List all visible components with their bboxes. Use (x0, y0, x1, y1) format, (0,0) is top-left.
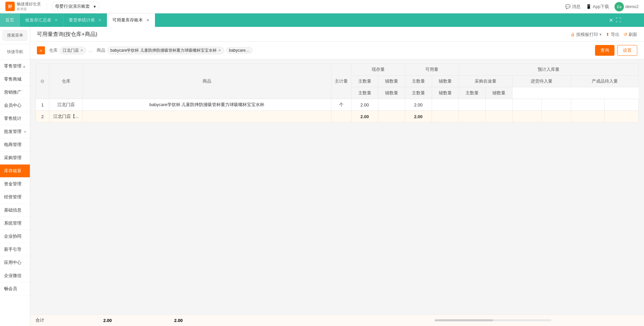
settings-button[interactable]: 设置 (617, 45, 637, 56)
tab-receipt-summary[interactable]: 收发存汇总表 ✕ (20, 13, 63, 27)
sidebar-item-label: 系统管理 (4, 220, 21, 226)
tab-home[interactable]: 首页 (0, 13, 20, 27)
col-purchase-main: 主数量 (351, 87, 378, 99)
more-icon[interactable]: … (88, 48, 93, 53)
cell-stock-main: 2.00 (351, 99, 378, 111)
content-area: 可用量查询(按仓库+商品) 🖨 按模板打印 ▾ ⬆ 导出 ↺ 刷新 (30, 27, 644, 326)
chevron-icon: ▲ (22, 64, 26, 68)
sidebar-item-retail-mall[interactable]: 零售商城 (0, 73, 30, 86)
sidebar-menu: 零售管理 ▲ 零售商城 营销推广 会员中心 零售统计 批发管理 ▾ 电商管理 (0, 60, 30, 295)
cell-product-sub (605, 111, 639, 123)
cell-product-main (571, 99, 605, 111)
goods-tag: babycare学饮杯 儿童防摔防撞吸管杯重力球吸嘴杯宝宝水杯 ✕ (107, 47, 224, 54)
export-button[interactable]: ⬆ 导出 (606, 32, 620, 38)
col-header-incoming-pending: 进货待入量 (512, 76, 571, 87)
tab-available-stock[interactable]: 可用量库存账本 ✕ (107, 13, 155, 27)
sidebar-item-marketing[interactable]: 营销推广 (0, 86, 30, 99)
tab-close-icon[interactable]: ✕ (146, 18, 149, 22)
col-product-main: 主数量 (459, 87, 485, 99)
sidebar-item-vip[interactable]: 畅会员 (0, 282, 30, 295)
user-action[interactable]: Ea demo2 (614, 2, 639, 11)
message-icon: 💬 (565, 4, 571, 9)
cell-goods (83, 111, 331, 123)
top-bar-right: 💬 消息 📱 App下载 Ea demo2 (565, 2, 639, 11)
sidebar-item-label: 零售统计 (4, 115, 21, 122)
sidebar-item-label: 会员中心 (4, 102, 21, 108)
tab-fullscreen[interactable]: ⛶ (616, 17, 621, 23)
summary-label: 合计 (36, 317, 44, 323)
table-footer: 合计 2.00 2.00 (30, 314, 644, 326)
cell-avail-main: 2.00 (405, 99, 432, 111)
sidebar-item-retail-stats[interactable]: 零售统计 (0, 112, 30, 125)
industry-selector[interactable]: 母婴行业演示账套 ▾ (52, 2, 99, 11)
cell-seq: 1 (36, 99, 49, 111)
sidebar-item-enterprise-wx[interactable]: 企业微信 (0, 269, 30, 282)
chevron-icon: ▾ (24, 130, 26, 134)
scrollbar-track[interactable] (435, 319, 551, 321)
cell-stock-sub (378, 99, 405, 111)
cell-incoming-main (512, 111, 541, 123)
filter-action-buttons: 查询 设置 (595, 45, 637, 56)
tab-close-icon[interactable]: ✕ (55, 18, 58, 22)
sidebar-item-basic-info[interactable]: 基础信息 (0, 204, 30, 217)
page-title: 可用量查询(按仓库+商品) (37, 31, 97, 38)
export-label: 导出 (611, 32, 620, 38)
sidebar-item-label: 电商管理 (4, 142, 21, 148)
sidebar-item-label: 应用中心 (4, 260, 21, 266)
sidebar-item-retail-mgmt[interactable]: 零售管理 ▲ (0, 60, 30, 73)
query-button[interactable]: 查询 (595, 45, 614, 56)
tab-bar: 首页 收发存汇总表 ✕ 要货单统计表 ✕ 可用量库存账本 ✕ ✕ ⛶ (0, 13, 644, 27)
sidebar-item-operation[interactable]: 经营管理 (0, 191, 30, 204)
tab-close-icon[interactable]: ✕ (98, 18, 101, 22)
sidebar-item-label: 库存核算 (4, 168, 21, 174)
chevron-down-icon: ▾ (599, 32, 602, 37)
filter-expand-button[interactable]: » (37, 46, 45, 54)
summary-avail-main: 2.00 (164, 318, 193, 323)
sidebar-item-app-center[interactable]: 应用中心 (0, 256, 30, 269)
username: demo2 (625, 4, 639, 9)
cell-product-main (571, 111, 605, 123)
sidebar-item-ecommerce[interactable]: 电商管理 (0, 138, 30, 151)
quick-nav-item[interactable]: 快捷导航 (0, 46, 30, 57)
cell-purchase-sub (485, 111, 512, 123)
goods-tag-remove[interactable]: ✕ (218, 48, 221, 53)
sidebar-item-label: 企业微信 (4, 273, 21, 279)
tab-close-all[interactable]: ✕ (609, 17, 613, 24)
warehouse-filter: 仓库 江北门店 ✕ … (49, 47, 93, 54)
app-download-action[interactable]: 📱 App下载 (586, 4, 609, 10)
cell-seq: 2 (36, 111, 49, 123)
warehouse-tag-remove[interactable]: ✕ (80, 48, 83, 53)
sidebar-search-area: 搜索菜单 (0, 27, 30, 44)
app-download-label: App下载 (593, 4, 609, 10)
col-header-settings: ⚙ (36, 64, 49, 99)
sidebar-item-label: 企业协同 (4, 233, 21, 239)
logo-text: 畅捷通好生意 (17, 2, 41, 6)
col-avail-sub: 辅数量 (432, 76, 459, 87)
print-button[interactable]: 🖨 按模板打印 ▾ (571, 32, 602, 38)
message-action[interactable]: 💬 消息 (565, 4, 581, 10)
search-menu-button[interactable]: 搜索菜单 (3, 30, 27, 41)
sidebar-item-member[interactable]: 会员中心 (0, 99, 30, 112)
sidebar-item-system[interactable]: 系统管理 (0, 217, 30, 230)
sidebar-item-enterprise[interactable]: 企业协同 (0, 230, 30, 243)
logo-subtext: 标准版 (17, 7, 41, 11)
sidebar-item-purchase[interactable]: 采购管理 (0, 151, 30, 165)
gear-icon[interactable]: ⚙ (40, 79, 45, 84)
tab-available-label: 可用量库存账本 (112, 17, 143, 23)
col-purchase-sub: 辅数量 (378, 87, 405, 99)
sidebar-item-finance[interactable]: 资金管理 (0, 178, 30, 191)
sidebar-item-new-guide[interactable]: 新手引导 (0, 243, 30, 256)
cell-purchase-main (459, 99, 485, 111)
refresh-button[interactable]: ↺ 刷新 (624, 32, 637, 38)
phone-icon: 📱 (586, 4, 591, 9)
cell-purchase-sub (485, 99, 512, 111)
tab-order-stats[interactable]: 要货单统计表 ✕ (63, 13, 107, 27)
cell-incoming-sub (542, 111, 571, 123)
scrollbar-thumb[interactable] (435, 319, 493, 321)
sidebar-item-wholesale[interactable]: 批发管理 ▾ (0, 125, 30, 138)
top-bar-left: 好 畅捷通好生意 标准版 母婴行业演示账套 ▾ (5, 2, 99, 11)
sidebar-item-inventory[interactable]: 库存核算 (0, 165, 30, 178)
sidebar: 搜索菜单 快捷导航 零售管理 ▲ 零售商城 营销推广 会员中心 零售统计 批发管… (0, 27, 30, 326)
goods-filter: 商品 babycare学饮杯 儿童防摔防撞吸管杯重力球吸嘴杯宝宝水杯 ✕ bab… (97, 47, 253, 54)
sidebar-quick-nav: 快捷导航 (0, 44, 30, 60)
